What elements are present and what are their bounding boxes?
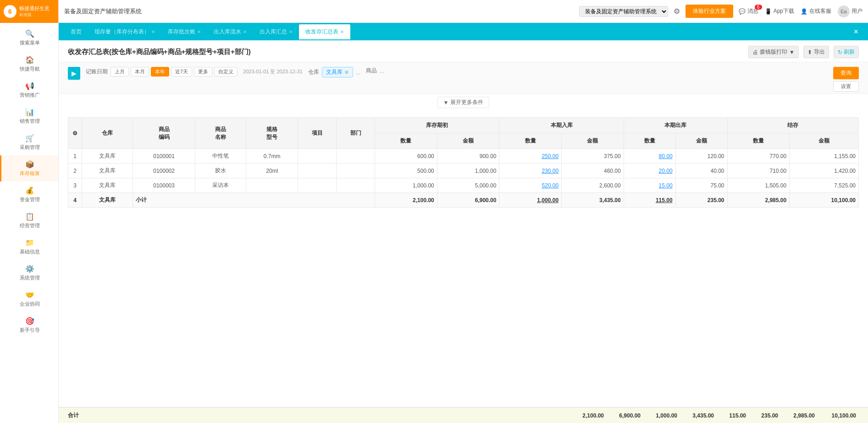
sidebar-item-purchase[interactable]: 🛒 采购管理	[0, 129, 58, 155]
tab-stock-dist-close[interactable]: ✕	[151, 29, 155, 34]
row-out-qty[interactable]: 20.00	[624, 164, 675, 178]
row-opening-qty: 1,000.00	[375, 178, 437, 193]
expand-more-btn[interactable]: ▼ 展开更多条件	[437, 97, 490, 108]
th-out-qty: 数量	[624, 133, 675, 149]
th-opening-amt: 金额	[437, 133, 499, 149]
date-btn-自定义[interactable]: 自定义	[214, 67, 238, 77]
sidebar-item-sales[interactable]: 📊 销售管理	[0, 103, 58, 129]
tab-batch[interactable]: 库存批次账✕	[161, 24, 207, 39]
th-warehouse: 仓库	[82, 118, 133, 149]
th-closing-amt: 金额	[790, 133, 859, 149]
search-label: 搜索菜单	[20, 39, 40, 46]
tab-inout-summary[interactable]: 出入库汇总✕	[253, 24, 299, 39]
sidebar-item-marketing[interactable]: 📢 营销推广	[0, 77, 58, 103]
row-out-qty[interactable]: 80.00	[624, 149, 675, 164]
footer-in-qty: 1,000.00	[643, 412, 680, 419]
row-num: 2	[68, 164, 82, 178]
date-btn-上月[interactable]: 上月	[111, 67, 129, 77]
sidebar-item-operations[interactable]: 📋 经营管理	[0, 208, 58, 234]
row-out-amt: 75.00	[675, 178, 727, 193]
sidebar-item-system[interactable]: ⚙️ 系统管理	[0, 260, 58, 286]
refresh-btn[interactable]: ↻ 刷新	[834, 46, 859, 58]
tab-recv-summary-close[interactable]: ✕	[340, 29, 344, 34]
tab-recv-summary[interactable]: 收发存汇总表✕	[299, 24, 350, 39]
warehouse-more-btn[interactable]: ...	[356, 69, 360, 76]
footer-closing-qty: 2,985.00	[781, 412, 818, 419]
user-item[interactable]: Ea 用户	[838, 5, 862, 17]
sidebar-item-search[interactable]: 🔍 搜索菜单	[0, 25, 58, 51]
row-in-qty[interactable]: 250.00	[499, 149, 562, 164]
refresh-label: 刷新	[844, 48, 855, 56]
sidebar-item-basic[interactable]: 📁 基础信息	[0, 234, 58, 260]
subtotal-in-qty[interactable]: 1,000.00	[499, 193, 562, 208]
filter-area: ▶ 记账日期 上月本月本年近7天更多自定义 2023-01-01 至 2023-…	[59, 62, 868, 94]
system-select[interactable]: 装备及固定资产辅助管理系统	[579, 6, 668, 17]
enterprise-icon: 🤝	[25, 291, 34, 299]
tab-inout-flow[interactable]: 出入库流水✕	[207, 24, 253, 39]
tabbar-close-icon[interactable]: ✕	[850, 28, 862, 35]
row-goods-spec: 20ml	[246, 164, 298, 178]
sidebar-item-newbie[interactable]: 🎯 新手引导	[0, 312, 58, 338]
row-in-qty[interactable]: 230.00	[499, 164, 562, 178]
sidebar-item-quick[interactable]: 🏠 快捷导航	[0, 51, 58, 77]
row-closing-amt: 1,155.00	[790, 149, 859, 164]
online-service-item[interactable]: 👤 在线客服	[801, 7, 831, 15]
purchase-label: 采购管理	[20, 144, 40, 151]
filter-toggle-btn[interactable]: ▶	[68, 67, 80, 80]
expand-icon: ▼	[443, 99, 449, 106]
row-department	[337, 149, 375, 164]
header-actions: 🖨 拨镜版打印 ▼ ⬆ 导出 ↻ 刷新	[748, 46, 859, 58]
table-row: 2 文具库 0100002 胶水 20ml 500.00 1,000.00 23…	[68, 164, 859, 178]
finance-label: 资金管理	[20, 196, 40, 203]
warehouse-tag[interactable]: 文具库 ✕	[322, 67, 353, 77]
settings-th[interactable]: ⚙	[68, 118, 82, 149]
row-in-qty[interactable]: 520.00	[499, 178, 562, 193]
export-btn[interactable]: ⬆ 导出	[803, 46, 829, 58]
date-btn-本月[interactable]: 本月	[131, 67, 149, 77]
avatar: Ea	[838, 5, 850, 17]
date-btn-本年[interactable]: 本年	[151, 67, 169, 77]
sidebar-item-inventory[interactable]: 📦 库存核算	[0, 155, 58, 181]
subtotal-out-amt: 235.00	[675, 193, 727, 208]
goods-more-btn[interactable]: ...	[380, 68, 384, 74]
tab-inout-flow-label: 出入库流水	[214, 28, 241, 36]
row-in-amt: 460.00	[562, 164, 624, 178]
row-closing-amt: 1,420.00	[790, 164, 859, 178]
warehouse-filter-group: 仓库 文具库 ✕ ...	[308, 67, 360, 77]
setting-icon[interactable]: ⚙	[674, 7, 680, 16]
subtotal-num: 4	[68, 193, 82, 208]
message-item[interactable]: 💬 消息 6	[739, 7, 758, 15]
tab-inout-flow-close[interactable]: ✕	[243, 29, 247, 34]
date-btn-近7天[interactable]: 近7天	[171, 67, 192, 77]
expand-label: 展开更多条件	[450, 99, 483, 106]
query-btn[interactable]: 查询	[833, 67, 859, 79]
row-out-qty[interactable]: 15.00	[624, 178, 675, 193]
tab-inout-summary-close[interactable]: ✕	[289, 29, 293, 34]
tab-batch-label: 库存批次账	[168, 28, 195, 36]
finance-icon: 💰	[25, 186, 34, 195]
th-department: 部门	[337, 118, 375, 149]
tab-inout-summary-label: 出入库汇总	[260, 28, 287, 36]
date-btn-更多[interactable]: 更多	[194, 67, 212, 77]
subtotal-out-qty[interactable]: 115.00	[624, 193, 675, 208]
basic-label: 基础信息	[20, 248, 40, 255]
app-download-label: App下载	[774, 7, 794, 15]
print-btn[interactable]: 🖨 拨镜版打印 ▼	[748, 46, 799, 58]
sidebar-item-enterprise[interactable]: 🤝 企业协同	[0, 286, 58, 312]
warehouse-tag-close[interactable]: ✕	[344, 69, 349, 76]
footer-opening-qty: 2,100.00	[196, 412, 607, 419]
user-label: 用户	[851, 7, 862, 15]
tab-batch-close[interactable]: ✕	[197, 29, 201, 34]
purchase-icon: 🛒	[25, 134, 34, 143]
filter-setting-btn[interactable]: 设置	[833, 81, 859, 92]
online-service-label: 在线客服	[809, 7, 831, 15]
app-download-item[interactable]: 📱 App下载	[765, 7, 794, 15]
tab-home[interactable]: 首页	[64, 24, 88, 39]
experience-btn[interactable]: 体验行业方案	[686, 5, 733, 18]
operations-icon: 📋	[25, 212, 34, 221]
marketing-label: 营销推广	[20, 92, 40, 99]
sidebar-item-finance[interactable]: 💰 资金管理	[0, 181, 58, 208]
tab-stock-dist[interactable]: 现存量（库存分布表）✕	[88, 24, 161, 39]
row-goods-name: 胶水	[195, 164, 246, 178]
row-in-amt: 2,600.00	[562, 178, 624, 193]
